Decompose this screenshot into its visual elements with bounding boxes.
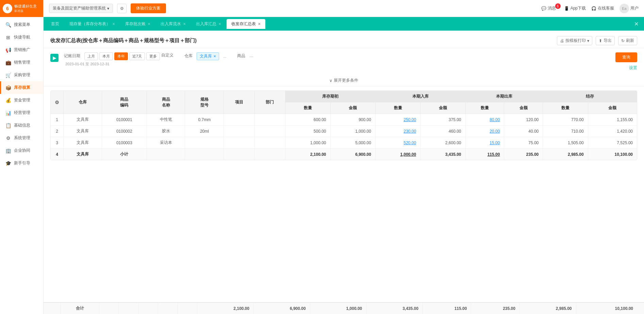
footer-bal-amt: 10,100.00 [576,303,637,314]
footer-out-amt: 235.00 [471,303,520,314]
experience-btn[interactable]: 体验行业方案 [131,3,166,13]
tab-close-icon[interactable]: ✕ [183,22,186,26]
warehouse-more-dots[interactable]: ··· [223,54,226,59]
chevron-down-icon: ▾ [587,38,589,43]
col-in-header: 本期入库 [375,91,465,102]
system-name: 装备及固定资产辅助管理系统 [53,5,106,11]
date-btn-this-month[interactable]: 本月 [99,52,113,60]
headset-icon: 🎧 [591,6,596,11]
tab-batch-ledger[interactable]: 库存批次账 ✕ [120,19,155,29]
row-bal-amt: 7,525.00 [588,137,637,149]
subtotal-bal-amt: 10,100.00 [588,149,637,160]
sidebar-nav: 🔍 搜索菜单 ⊞ 快捷导航 📢 营销推广 💼 销售管理 🛒 采购管理 📦 [0,17,43,314]
top-bar-left: 装备及固定资产辅助管理系统 ▾ ⚙ 体验行业方案 [49,3,166,13]
row-in-qty[interactable]: 250.00 [375,114,420,126]
sidebar-item-guide[interactable]: 🎓 新手引导 [0,157,43,169]
sidebar-item-purchase[interactable]: 🛒 采购管理 [0,69,43,81]
col-open-qty-header: 数量 [285,102,330,114]
sidebar-item-search-menu[interactable]: 🔍 搜索菜单 [0,18,43,31]
export-button[interactable]: ⬆ 导出 [596,36,615,45]
sidebar-item-finance[interactable]: 💰 资金管理 [0,94,43,106]
sidebar-item-inventory[interactable]: 📦 库存核算 [0,81,43,94]
tab-close-icon[interactable]: ✕ [258,22,261,26]
tab-close-icon[interactable]: ✕ [218,22,221,26]
topbar-settings-button[interactable]: ⚙ [117,4,127,13]
system-selector[interactable]: 装备及固定资产辅助管理系统 ▾ [49,4,113,13]
tab-bar-close-icon[interactable]: ✕ [631,21,641,27]
expand-conditions-bar: ∨ 展开更多条件 [44,75,644,86]
message-badge: 6 [555,3,561,9]
row-out-qty[interactable]: 80.00 [465,114,504,126]
sidebar-item-operations[interactable]: 📊 经营管理 [0,106,43,119]
query-button[interactable]: 查询 [615,52,637,62]
date-btn-last-month[interactable]: 上月 [84,52,98,60]
tab-inout-flow[interactable]: 出入库流水 ✕ [156,19,191,29]
col-open-header: 库存期初 [285,91,376,102]
tab-label: 出入库流水 [161,21,181,27]
table-section: ⚙ 仓库 商品编码 商品名称 规格型号 项目 部门 库存期初 本期入库 [44,90,644,167]
sidebar-item-quick-nav[interactable]: ⊞ 快捷导航 [0,31,43,44]
top-bar-right: 💬 消息 6 📱 App下载 🎧 在线客服 Ea 用户 [539,4,639,13]
print-button[interactable]: 🖨 按模板打印 ▾ [557,36,592,45]
sidebar-item-label: 库存核算 [14,85,30,90]
tab-inout-summary[interactable]: 出入库汇总 ✕ [191,19,226,29]
sidebar-item-marketing[interactable]: 📢 营销推广 [0,44,43,56]
online-service-btn[interactable]: 🎧 在线客服 [591,5,614,11]
settings-link[interactable]: 设置 [629,65,637,71]
expand-conditions-btn[interactable]: ∨ 展开更多条件 [327,76,361,85]
date-btn-more[interactable]: 更多 [146,52,160,60]
row-project [224,137,254,149]
subtotal-bal-qty: 2,985.00 [543,149,588,160]
tab-recv-summary[interactable]: 收发存汇总表 ✕ [227,19,265,29]
date-btn-this-year[interactable]: 本年 [114,52,128,60]
gear-icon[interactable]: ⚙ [55,100,59,105]
row-in-qty[interactable]: 520.00 [375,137,420,149]
system-icon: ⚙ [5,135,11,141]
message-btn[interactable]: 💬 消息 6 [539,5,559,11]
row-bal-qty: 710.00 [543,126,588,137]
col-settings-header: ⚙ [51,91,64,114]
row-out-qty[interactable]: 20.00 [465,126,504,137]
filter-section: ▶ 记账日期 上月 本月 本年 近7天 更多 [44,48,644,75]
footer-in-amt: 3,435.00 [366,303,423,314]
row-name: 采访本 [147,137,185,149]
row-in-qty[interactable]: 230.00 [375,126,420,137]
app-download-btn[interactable]: 📱 App下载 [564,5,586,11]
page-title: 收发存汇总表(按仓库＋商品编码＋商品＋规格型号＋项目＋部门) [50,37,197,44]
sidebar-item-label: 搜索菜单 [14,22,30,28]
row-open-amt: 5,000.00 [330,137,375,149]
subtotal-in-amt: 3,435.00 [420,149,465,160]
goods-dots[interactable]: ··· [249,54,253,59]
sidebar-item-system[interactable]: ⚙ 系统管理 [0,132,43,144]
row-spec [185,137,224,149]
refresh-button[interactable]: ↻ 刷新 [618,36,637,45]
sidebar-item-basic-info[interactable]: 📋 基础信息 [0,119,43,132]
filter-top: ▶ 记账日期 上月 本月 本年 近7天 更多 [50,52,637,71]
tab-label: 首页 [51,21,59,27]
row-out-amt: 40.00 [504,126,543,137]
col-warehouse-header: 仓库 [64,91,102,114]
subtotal-in-qty[interactable]: 1,000.00 [375,149,420,160]
sidebar-item-sales[interactable]: 💼 销售管理 [0,56,43,69]
user-profile-btn[interactable]: Ea 用户 [620,4,639,13]
warehouse-tag-close-icon[interactable]: ✕ [213,54,216,58]
tab-home[interactable]: 首页 [46,19,64,29]
tab-close-icon[interactable]: ✕ [148,22,150,26]
row-bal-amt: 1,155.00 [588,114,637,126]
row-bal-amt: 1,420.00 [588,126,637,137]
row-in-amt: 2,600.00 [420,137,465,149]
col-code-header: 商品编码 [102,91,147,114]
row-out-qty[interactable]: 15.00 [465,137,504,149]
tab-inventory-dist[interactable]: 现存量（库存分布表） ✕ [65,19,120,29]
row-open-qty: 600.00 [285,114,330,126]
date-btn-7days[interactable]: 近7天 [129,52,145,60]
row-num: 1 [51,114,64,126]
mobile-icon: 📱 [564,6,569,11]
tab-close-icon[interactable]: ✕ [112,22,115,26]
filter-toggle-btn[interactable]: ▶ [50,54,59,62]
sidebar-item-enterprise[interactable]: 🏢 企业协同 [0,144,43,157]
footer-open-qty: 2,100.00 [197,303,254,314]
purchase-icon: 🛒 [5,72,11,78]
subtotal-out-qty[interactable]: 115.00 [465,149,504,160]
logo-icon: 6 [3,4,12,13]
